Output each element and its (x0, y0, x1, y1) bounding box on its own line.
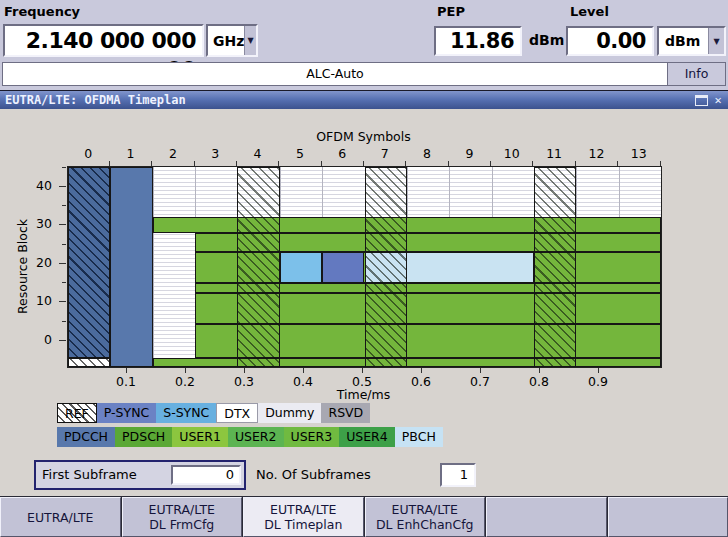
region-ref (68, 358, 110, 367)
axis-tick (539, 368, 540, 373)
window-titlebar[interactable]: EUTRA/LTE: OFDMA Timeplan ✕ (0, 90, 728, 109)
axis-tick (62, 321, 66, 322)
region-pdcch (110, 167, 152, 367)
axis-tick (362, 368, 363, 373)
frequency-unit-value: GHz (208, 33, 244, 49)
axis-label: 10 (500, 146, 524, 161)
timeplan-window-body: OFDM Symbols 012345678910111213 Resource… (0, 109, 728, 496)
axis-tick (185, 368, 186, 373)
softkey-eutra-lte[interactable]: EUTRA/LTE (0, 497, 121, 537)
level-unit-select[interactable]: dBm ▼ (657, 26, 726, 56)
axis-label: 4 (246, 146, 270, 161)
x-axis-bottom-labels: 0.10.20.30.40.50.60.70.80.9 (67, 374, 660, 388)
axis-label: 12 (584, 146, 608, 161)
axis-tick (62, 244, 66, 245)
axis-label: 3 (203, 146, 227, 161)
axis-label: 13 (627, 146, 651, 161)
axis-label: 11 (542, 146, 566, 161)
legend-user3: USER3 (284, 427, 340, 447)
softkey-empty-5[interactable] (486, 497, 607, 537)
pep-label: PEP (437, 4, 465, 19)
legend-row-1: REF P-SYNC S-SYNC DTX Dummy RSVD (57, 403, 370, 423)
axis-tick (303, 368, 304, 373)
no-of-subframes-input[interactable]: 1 (440, 463, 476, 487)
region-p-sync (322, 252, 364, 283)
softkey-dl-frmcfg[interactable]: EUTRA/LTEDL FrmCfg (122, 497, 243, 537)
softkey-dl-timeplan[interactable]: EUTRA/LTEDL Timeplan (243, 497, 364, 537)
softkey-dl-enhchancfg[interactable]: EUTRA/LTEDL EnhChanCfg (365, 497, 486, 537)
first-subframe-input[interactable]: 0 (171, 465, 241, 485)
frequency-unit-dropdown-button[interactable]: ▼ (244, 26, 256, 55)
instrument-screen: Frequency 2.140 000 000 00 GHz ▼ PEP 11.… (0, 0, 728, 537)
level-label: Level (570, 4, 609, 19)
legend-pdsch: PDSCH (115, 427, 172, 447)
x-axis-top-labels: 012345678910111213 (67, 146, 660, 161)
axis-label: 5 (288, 146, 312, 161)
axis-label: 7 (373, 146, 397, 161)
axis-tick (598, 368, 599, 373)
legend-pbch: PBCH (395, 427, 443, 447)
axis-label: 1 (119, 146, 143, 161)
pep-unit-label: dBm (529, 32, 564, 48)
status-bar: ALC-Auto Info (2, 62, 726, 86)
first-subframe-control[interactable]: First Subframe 0 (34, 460, 246, 490)
axis-tick (480, 368, 481, 373)
chevron-down-icon: ▼ (713, 37, 719, 46)
axis-label: 2 (161, 146, 185, 161)
axis-tick (421, 368, 422, 373)
timeplan-plot (67, 166, 662, 368)
region-pdcch-hatched (68, 167, 110, 358)
legend-user1: USER1 (172, 427, 228, 447)
axis-tick (59, 263, 66, 264)
frequency-value-field[interactable]: 2.140 000 000 00 (3, 24, 204, 57)
close-icon[interactable]: ✕ (711, 94, 725, 107)
axis-tick (126, 368, 127, 373)
legend-pdcch: PDCCH (57, 427, 115, 447)
level-value-field[interactable]: 0.00 (566, 26, 654, 56)
frequency-unit-select[interactable]: GHz ▼ (206, 24, 258, 57)
region-s-sync (280, 252, 322, 283)
softkey-empty-6[interactable] (608, 497, 728, 537)
axis-label: 6 (330, 146, 354, 161)
level-unit-value: dBm (659, 33, 708, 49)
info-button[interactable]: Info (667, 63, 725, 85)
axis-label: 0 (76, 146, 100, 161)
softkey-bar: EUTRA/LTE EUTRA/LTEDL FrmCfg EUTRA/LTEDL… (0, 496, 728, 537)
chevron-down-icon: ▼ (248, 36, 254, 45)
axis-tick (59, 301, 66, 302)
region-ref (365, 167, 407, 367)
region-ref (534, 167, 576, 367)
x-axis-bottom-title: Time/ms (67, 387, 660, 402)
axis-tick (62, 205, 66, 206)
x-axis-top-title: OFDM Symbols (67, 129, 660, 144)
legend-rsvd: RSVD (321, 403, 370, 423)
legend-dummy: Dummy (258, 403, 321, 423)
region-ref (237, 167, 279, 367)
first-subframe-label: First Subframe (42, 467, 137, 482)
status-message: ALC-Auto (3, 63, 667, 85)
axis-tick (62, 282, 66, 283)
level-unit-dropdown-button[interactable]: ▼ (708, 28, 724, 54)
window-title: EUTRA/LTE: OFDMA Timeplan (0, 93, 695, 107)
y-axis-ticks (0, 166, 66, 368)
axis-tick (59, 224, 66, 225)
legend-row-2: PDCCH PDSCH USER1 USER2 USER3 USER4 PBCH (57, 427, 443, 447)
pep-value-field[interactable]: 11.86 (434, 26, 522, 56)
maximize-icon[interactable] (695, 95, 708, 106)
legend-psync: P-SYNC (97, 403, 156, 423)
axis-label: 9 (457, 146, 481, 161)
x-axis-bottom-ticks (67, 368, 660, 373)
legend-dtx: DTX (216, 403, 258, 423)
axis-label: 8 (415, 146, 439, 161)
axis-tick (62, 167, 66, 168)
legend-ssync: S-SYNC (156, 403, 216, 423)
axis-tick (59, 186, 66, 187)
axis-tick (59, 340, 66, 341)
no-of-subframes-label: No. Of Subframes (256, 467, 371, 482)
region-pdsch (153, 217, 661, 233)
frequency-label: Frequency (4, 4, 80, 19)
legend-user4: USER4 (339, 427, 395, 447)
region-pdsch (153, 358, 661, 367)
legend-ref: REF (57, 403, 97, 423)
legend-user2: USER2 (228, 427, 284, 447)
